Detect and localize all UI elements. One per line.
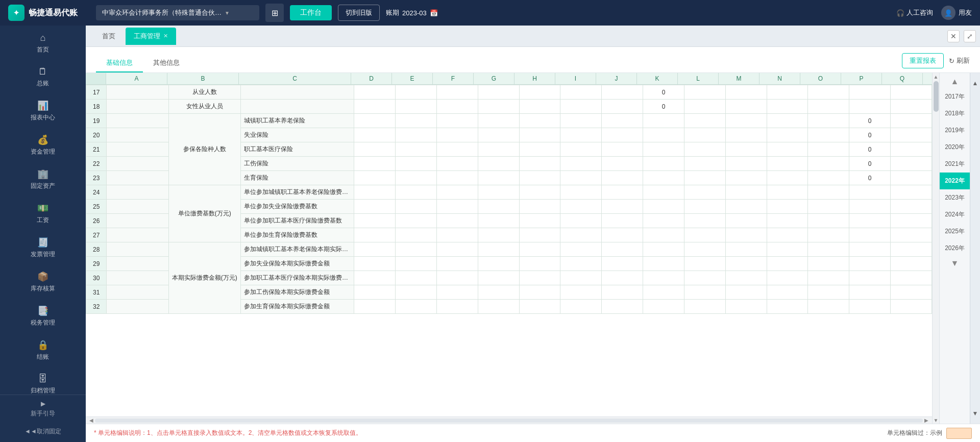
company-selector[interactable]: 中审众环会计师事务所（特殊普通合伙… ▼ — [96, 5, 259, 20]
cell-25-f[interactable] — [437, 200, 478, 214]
copy-icon[interactable]: ⊞ — [265, 4, 284, 22]
cell-27-p[interactable] — [849, 228, 891, 242]
cell-23-m[interactable] — [725, 171, 767, 185]
cell-32-l[interactable] — [684, 300, 725, 314]
tab-close-icon[interactable]: ✕ — [163, 33, 168, 39]
cell-19-p[interactable]: 0 — [849, 114, 891, 128]
sub-tab-other[interactable]: 其他信息 — [143, 54, 190, 72]
cell-18-q[interactable] — [891, 100, 932, 114]
cell-31-o[interactable] — [808, 285, 849, 300]
cell-27-a[interactable] — [107, 228, 168, 242]
cell-28-e[interactable] — [396, 242, 437, 257]
cell-20-l[interactable] — [684, 128, 725, 142]
cell-27-o[interactable] — [808, 228, 849, 242]
cell-29-e[interactable] — [396, 257, 437, 271]
tab-home[interactable]: 首页 — [94, 28, 124, 45]
cell-24-k[interactable] — [643, 185, 684, 200]
cell-29-d[interactable] — [354, 257, 396, 271]
cell-22-f[interactable] — [437, 157, 478, 171]
table-scroll[interactable]: 17 从业人数 — [86, 85, 932, 416]
cell-31-e[interactable] — [396, 285, 437, 300]
cell-31-l[interactable] — [684, 285, 725, 300]
cell-26-g[interactable] — [478, 214, 519, 228]
cell-25-l[interactable] — [684, 200, 725, 214]
cell-29-g[interactable] — [478, 257, 519, 271]
cell-21-m[interactable] — [725, 142, 767, 157]
cell-18-c[interactable] — [241, 100, 354, 114]
cell-25-n[interactable] — [767, 200, 808, 214]
cell-28-a[interactable] — [107, 242, 168, 257]
cell-19-d[interactable] — [354, 114, 396, 128]
cell-19-j[interactable] — [602, 114, 643, 128]
cell-18-m[interactable] — [725, 100, 767, 114]
year-panel-up-btn[interactable]: ▲ — [940, 75, 970, 88]
cell-24-l[interactable] — [684, 185, 725, 200]
cell-31-q[interactable] — [891, 285, 932, 300]
sidebar-pin-button[interactable]: ◄◄取消固定 — [0, 423, 86, 442]
cell-23-e[interactable] — [396, 171, 437, 185]
cell-19-k[interactable] — [643, 114, 684, 128]
cell-24-f[interactable] — [437, 185, 478, 200]
cell-29-q[interactable] — [891, 257, 932, 271]
cell-32-h[interactable] — [519, 300, 560, 314]
cell-31-j[interactable] — [602, 285, 643, 300]
cell-29-p[interactable] — [849, 257, 891, 271]
cell-25-i[interactable] — [560, 200, 602, 214]
cell-20-k[interactable] — [643, 128, 684, 142]
cell-24-c[interactable]: 单位参加城镇职工基本养老保险缴费基数 — [241, 185, 354, 200]
collapse-down-btn[interactable]: ▼ — [971, 407, 980, 420]
cell-21-a[interactable] — [107, 142, 168, 157]
cell-21-e[interactable] — [396, 142, 437, 157]
cell-32-d[interactable] — [354, 300, 396, 314]
cell-29-c[interactable]: 参加失业保险本期实际缴费金额 — [241, 257, 354, 271]
cell-21-c[interactable]: 职工基本医疗保险 — [241, 142, 354, 157]
cell-25-a[interactable] — [107, 200, 168, 214]
cell-24-e[interactable] — [396, 185, 437, 200]
cell-30-f[interactable] — [437, 271, 478, 285]
sidebar-item-home[interactable]: ⌂ 首页 — [0, 26, 86, 59]
cell-19-m[interactable] — [725, 114, 767, 128]
cell-18-a[interactable] — [107, 100, 168, 114]
cell-27-m[interactable] — [725, 228, 767, 242]
cell-19-e[interactable] — [396, 114, 437, 128]
cell-17-a[interactable] — [107, 85, 168, 100]
cell-32-e[interactable] — [396, 300, 437, 314]
cell-32-f[interactable] — [437, 300, 478, 314]
cell-23-n[interactable] — [767, 171, 808, 185]
cell-23-k[interactable] — [643, 171, 684, 185]
cell-30-m[interactable] — [725, 271, 767, 285]
cell-22-j[interactable] — [602, 157, 643, 171]
cell-27-i[interactable] — [560, 228, 602, 242]
cell-17-e[interactable] — [396, 85, 437, 100]
cell-26-m[interactable] — [725, 214, 767, 228]
cell-20-c[interactable]: 失业保险 — [241, 128, 354, 142]
cell-26-n[interactable] — [767, 214, 808, 228]
cell-22-h[interactable] — [519, 157, 560, 171]
cell-29-o[interactable] — [808, 257, 849, 271]
cell-24-j[interactable] — [602, 185, 643, 200]
cell-18-e[interactable] — [396, 100, 437, 114]
cell-19-f[interactable] — [437, 114, 478, 128]
cell-17-k[interactable]: 0 — [643, 85, 684, 100]
cell-22-d[interactable] — [354, 157, 396, 171]
cell-31-a[interactable] — [107, 285, 168, 300]
cell-31-c[interactable]: 参加工伤保险本期实际缴费金额 — [241, 285, 354, 300]
cell-17-m[interactable] — [725, 85, 767, 100]
h-scroll-area[interactable]: ◀ ▶ — [86, 416, 932, 424]
cell-26-q[interactable] — [891, 214, 932, 228]
cell-27-h[interactable] — [519, 228, 560, 242]
cell-30-c[interactable]: 参加职工基本医疗保险本期实际缴费金额 — [241, 271, 354, 285]
cell-21-h[interactable] — [519, 142, 560, 157]
cell-30-d[interactable] — [354, 271, 396, 285]
cell-32-a[interactable] — [107, 300, 168, 314]
cell-30-j[interactable] — [602, 271, 643, 285]
calendar-icon[interactable]: 📅 — [430, 9, 438, 17]
cell-28-o[interactable] — [808, 242, 849, 257]
cell-32-o[interactable] — [808, 300, 849, 314]
cell-18-l[interactable] — [684, 100, 725, 114]
cell-29-f[interactable] — [437, 257, 478, 271]
cell-22-k[interactable] — [643, 157, 684, 171]
cell-19-o[interactable] — [808, 114, 849, 128]
cell-24-o[interactable] — [808, 185, 849, 200]
cell-30-n[interactable] — [767, 271, 808, 285]
